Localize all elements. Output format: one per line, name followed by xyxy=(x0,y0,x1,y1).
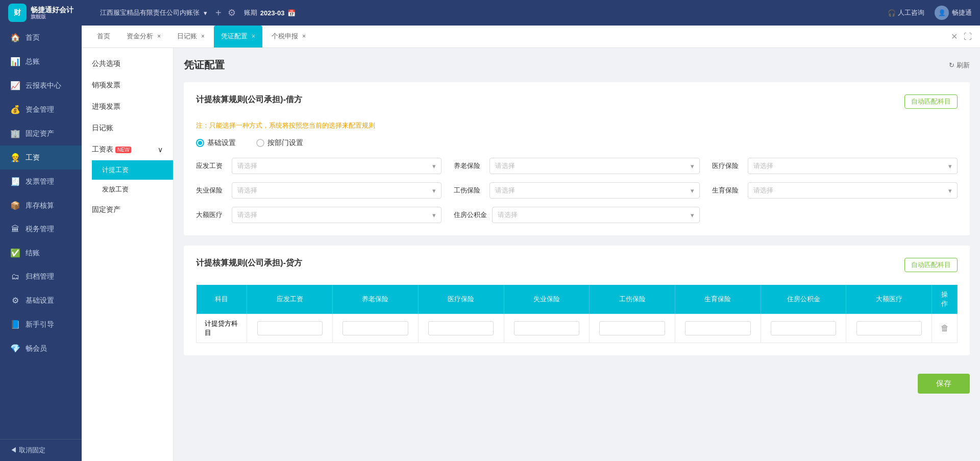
tab-home[interactable]: 首页 xyxy=(90,26,117,47)
cancel-fixed-button[interactable]: ◀ 取消固定 xyxy=(0,439,82,461)
company-selector[interactable]: 江西服宝精品有限责任公司内账张 ▾ xyxy=(100,8,207,17)
field-housing-fund-placeholder: 请选择 xyxy=(498,210,518,220)
sidebar-item-archive[interactable]: 🗂 归档管理 xyxy=(0,265,82,288)
left-menu-sales-invoice[interactable]: 销项发票 xyxy=(82,75,173,96)
user-menu[interactable]: 👤 畅捷通 xyxy=(935,6,972,20)
tab-home-label: 首页 xyxy=(97,32,110,41)
sidebar-item-home[interactable]: 🏠 首页 xyxy=(0,26,82,50)
field-unemployment-select[interactable]: 请选择 ▾ xyxy=(232,182,442,199)
select-arrow-major-medical-icon: ▾ xyxy=(432,211,436,219)
page-header: 凭证配置 ↻ 刷新 xyxy=(184,58,970,72)
tax-icon: 🏛 xyxy=(10,225,20,234)
sidebar-item-tax[interactable]: 🏛 税务管理 xyxy=(0,217,82,241)
sidebar-item-guide[interactable]: 📘 新手引导 xyxy=(0,312,82,336)
radio-basic-circle xyxy=(196,139,204,147)
sidebar-item-payroll[interactable]: 👷 工资 xyxy=(0,145,82,169)
th-work-injury: 工伤保险 xyxy=(590,285,675,314)
table-header-row: 科目 应发工资 养老保险 医疗保险 失业保险 工伤保险 生育保险 住房公积金 大… xyxy=(197,285,958,314)
logo-icon: 财 xyxy=(8,4,27,22)
tab-voucher-config-close[interactable]: × xyxy=(252,33,255,40)
left-menu-payroll-issue-label: 发放工资 xyxy=(102,185,129,193)
field-work-injury-placeholder: 请选择 xyxy=(495,186,515,195)
select-arrow-medical-icon: ▾ xyxy=(948,162,952,170)
radio-group: 基础设置 按部门设置 xyxy=(196,138,958,148)
field-maternity: 生育保险 请选择 ▾ xyxy=(712,182,958,199)
left-menu-journal-label: 日记账 xyxy=(92,124,113,132)
sidebar-item-closing[interactable]: ✅ 结账 xyxy=(0,241,82,265)
input-housing[interactable] xyxy=(771,321,836,335)
save-button[interactable]: 保存 xyxy=(918,374,970,394)
field-major-medical-select[interactable]: 请选择 ▾ xyxy=(232,207,442,223)
left-menu-accrual[interactable]: 计提工资 xyxy=(92,160,173,180)
field-pension-placeholder: 请选择 xyxy=(495,161,515,171)
sidebar-item-invoice[interactable]: 🧾 发票管理 xyxy=(0,169,82,193)
field-pension-select[interactable]: 请选择 ▾ xyxy=(489,158,699,174)
input-work-injury[interactable] xyxy=(599,321,665,335)
period-selector[interactable]: 账期 2023-03 📅 xyxy=(244,8,296,17)
tab-individual-tax[interactable]: 个税申报 × xyxy=(264,26,313,47)
sidebar-item-inventory[interactable]: 📦 库存核算 xyxy=(0,193,82,217)
main-content: 凭证配置 ↻ 刷新 计提核算规则(公司承担)-借方 自动匹配科目 注：只能选择一… xyxy=(174,48,980,461)
debit-auto-match-button[interactable]: 自动匹配科目 xyxy=(904,94,958,109)
tab-fund-analysis-close[interactable]: × xyxy=(157,33,161,40)
input-base-salary[interactable] xyxy=(257,321,323,335)
sidebar-item-assets[interactable]: 🏢 固定资产 xyxy=(0,122,82,145)
settings-button[interactable]: ⚙ xyxy=(228,7,236,18)
sidebar-label-invoice: 发票管理 xyxy=(26,177,54,186)
debit-section: 计提核算规则(公司承担)-借方 自动匹配科目 注：只能选择一种方式，系统将按照您… xyxy=(184,82,970,235)
left-menu-purchase-invoice[interactable]: 进项发票 xyxy=(82,96,173,117)
debit-form-grid: 应发工资 请选择 ▾ 养老保险 请选择 ▾ xyxy=(196,158,958,223)
field-medical-select[interactable]: 请选择 ▾ xyxy=(748,158,958,174)
sidebar-item-vip[interactable]: 💎 畅会员 xyxy=(0,336,82,360)
input-major-medical[interactable] xyxy=(856,321,922,335)
field-maternity-placeholder: 请选择 xyxy=(753,186,773,195)
delete-row-icon[interactable]: 🗑 xyxy=(941,324,949,332)
refresh-button[interactable]: ↻ 刷新 xyxy=(949,61,970,70)
field-major-medical: 大额医疗 请选择 ▾ xyxy=(196,207,442,223)
tab-close-all-icon[interactable]: ✕ xyxy=(951,32,958,41)
tab-journal[interactable]: 日记账 × xyxy=(170,26,212,47)
sidebar-item-reports[interactable]: 📈 云报表中心 xyxy=(0,74,82,98)
input-medical[interactable] xyxy=(428,321,494,335)
input-pension[interactable] xyxy=(342,321,408,335)
select-arrow-icon: ▾ xyxy=(432,162,436,170)
left-menu-payroll-group[interactable]: 工资表 NEW ∨ xyxy=(82,139,173,160)
left-menu-fixed-assets[interactable]: 固定资产 xyxy=(82,199,173,221)
debit-section-header: 计提核算规则(公司承担)-借方 自动匹配科目 xyxy=(196,94,958,115)
page: 公共选项 销项发票 进项发票 日记账 工资表 NEW ∨ xyxy=(82,48,980,461)
left-menu-public[interactable]: 公共选项 xyxy=(82,53,173,75)
main-layout: 🏠 首页 📊 总账 📈 云报表中心 💰 资金管理 🏢 固定资产 👷 工资 🧾 发… xyxy=(0,26,980,461)
tab-voucher-config[interactable]: 凭证配置 × xyxy=(214,26,262,47)
field-pension: 养老保险 请选择 ▾ xyxy=(454,158,699,174)
add-button[interactable]: + xyxy=(215,7,222,19)
credit-auto-match-button[interactable]: 自动匹配科目 xyxy=(904,258,958,272)
select-arrow-housing-icon: ▾ xyxy=(691,211,694,219)
tab-individual-tax-close[interactable]: × xyxy=(302,33,306,40)
field-maternity-select[interactable]: 请选择 ▾ xyxy=(748,182,958,199)
radio-department[interactable]: 按部门设置 xyxy=(256,138,303,148)
sidebar-item-funds[interactable]: 💰 资金管理 xyxy=(0,98,82,122)
tab-journal-close[interactable]: × xyxy=(201,33,205,40)
consult-button[interactable]: 🎧 人工咨询 xyxy=(888,8,924,17)
tab-fund-analysis[interactable]: 资金分析 × xyxy=(119,26,168,47)
sidebar-item-ledger[interactable]: 📊 总账 xyxy=(0,50,82,74)
left-menu-payroll-issue[interactable]: 发放工资 xyxy=(92,180,173,199)
radio-dept-circle xyxy=(256,139,264,147)
tab-expand-icon[interactable]: ⛶ xyxy=(964,32,972,41)
inventory-icon: 📦 xyxy=(10,201,20,210)
radio-basic[interactable]: 基础设置 xyxy=(196,138,236,148)
calendar-icon[interactable]: 📅 xyxy=(287,9,296,17)
field-housing-fund-select[interactable]: 请选择 ▾ xyxy=(492,207,699,223)
app-logo: 财 畅捷通好会计 旗舰版 xyxy=(8,4,90,22)
field-major-medical-placeholder: 请选择 xyxy=(237,210,257,220)
input-unemployment[interactable] xyxy=(514,321,579,335)
field-work-injury-label: 工伤保险 xyxy=(454,186,484,195)
credit-section: 计提核算规则(公司承担)-贷方 自动匹配科目 科目 应发工资 养老保险 医疗保险… xyxy=(184,246,970,355)
td-unemployment-input xyxy=(504,314,590,343)
field-work-injury-select[interactable]: 请选择 ▾ xyxy=(489,182,699,199)
field-base-salary-select[interactable]: 请选择 ▾ xyxy=(232,158,442,174)
sidebar-item-settings[interactable]: ⚙ 基础设置 xyxy=(0,288,82,312)
input-maternity[interactable] xyxy=(685,321,750,335)
sidebar-label-vip: 畅会员 xyxy=(26,344,47,353)
left-menu-journal[interactable]: 日记账 xyxy=(82,117,173,139)
